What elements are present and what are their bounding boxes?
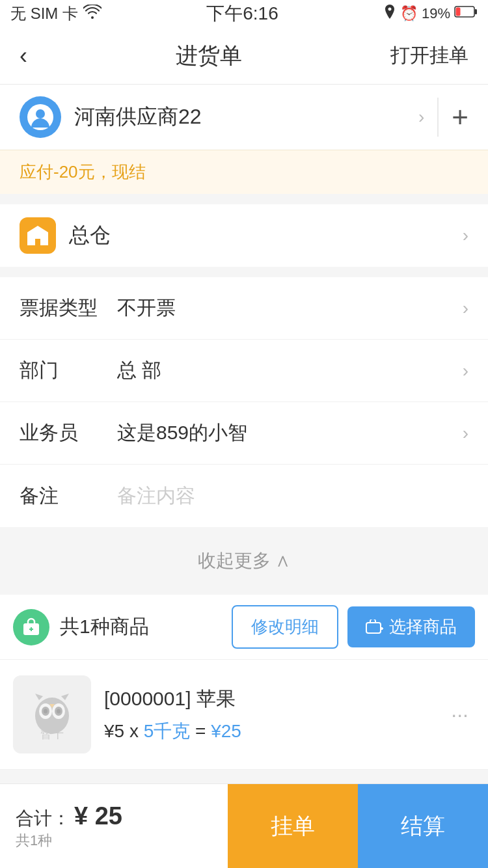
supplier-row[interactable]: 河南供应商22 › + [0,85,488,150]
settle-button[interactable]: 结算 [358,784,488,868]
warehouse-name: 总仓 [69,221,456,250]
supplier-avatar [20,96,61,138]
svg-rect-7 [366,623,381,633]
remark-input[interactable]: 备注内容 [111,483,468,509]
wifi-icon [83,5,102,23]
warehouse-chevron-icon: › [463,225,468,246]
invoice-row[interactable]: 票据类型 不开票 › [0,277,488,340]
svg-text:督十: 督十 [40,727,64,740]
product-multiply: x [129,721,144,741]
svg-marker-18 [35,694,43,700]
svg-point-16 [57,709,61,714]
add-button[interactable]: + [452,101,468,133]
warehouse-card: 总仓 › [0,204,488,267]
product-header: 共1种商品 修改明细 选择商品 [0,595,488,660]
sales-label: 业务员 [20,420,111,446]
remark-label: 备注 [20,483,111,509]
supplier-divider [437,98,439,137]
supplier-card: 河南供应商22 › + 应付-20元，现结 [0,85,488,194]
main-content: 河南供应商22 › + 应付-20元，现结 总仓 › 票据类型 不开票 › [0,85,488,868]
bottom-bar: 合计： ¥ 25 共1种 挂单 结算 [0,783,488,868]
battery-percent: 19% [422,5,450,22]
product-section: 共1种商品 修改明细 选择商品 [0,595,488,770]
status-left: 无 SIM 卡 [10,3,102,24]
invoice-chevron-icon: › [463,298,468,319]
product-equals: = [195,721,211,741]
dept-value: 总 部 [111,357,456,384]
sim-text: 无 SIM 卡 [10,3,78,24]
product-total: ¥25 [211,721,241,741]
dept-chevron-icon: › [463,360,468,381]
product-price-line: ¥5 x 5千克 = ¥25 [104,719,444,744]
svg-point-15 [44,709,47,714]
total-sub: 共1种 [16,831,212,850]
hang-label: 挂单 [271,811,315,841]
product-item: 督十 [0000001] 苹果 ¥5 x 5千克 = ¥25 ··· [0,660,488,770]
notice-bar: 应付-20元，现结 [0,150,488,194]
product-thumbnail: 督十 [13,675,91,753]
product-code: [0000001] [104,688,191,709]
total-section: 合计： ¥ 25 共1种 [0,784,228,868]
supplier-name: 河南供应商22 [74,103,412,131]
collapse-label: 收起更多 ∧ [198,549,291,573]
sales-chevron-icon: › [463,423,468,444]
total-amount: ¥ 25 [74,802,122,830]
form-card: 票据类型 不开票 › 部门 总 部 › 业务员 这是859的小智 › 备注 备注… [0,277,488,527]
product-name-text: 苹果 [197,688,236,709]
settle-label: 结算 [401,811,445,841]
hang-button[interactable]: 挂单 [228,784,358,868]
remark-row[interactable]: 备注 备注内容 [0,465,488,527]
notice-text: 应付-20元，现结 [20,162,146,182]
supplier-avatar-icon [27,104,53,130]
product-name: [0000001] 苹果 [104,686,444,712]
product-icon [13,609,49,645]
location-icon [383,5,396,23]
alarm-icon: ⏰ [400,5,418,22]
product-quantity: 5千克 [144,721,191,741]
svg-point-3 [36,109,45,118]
total-label: 合计： ¥ 25 [16,802,212,831]
battery-icon [454,5,478,22]
svg-marker-19 [61,694,69,700]
status-bar: 无 SIM 卡 下午6:16 ⏰ 19% [0,0,488,27]
product-more-button[interactable]: ··· [444,696,475,733]
svg-rect-2 [475,9,478,14]
back-button[interactable]: ‹ [20,42,27,70]
sales-row[interactable]: 业务员 这是859的小智 › [0,402,488,465]
product-info: [0000001] 苹果 ¥5 x 5千克 = ¥25 [104,686,444,744]
edit-detail-button[interactable]: 修改明细 [232,605,338,649]
sales-value: 这是859的小智 [111,420,456,446]
invoice-label: 票据类型 [20,295,111,321]
status-time: 下午6:16 [206,1,278,26]
collapse-bar[interactable]: 收起更多 ∧ [0,537,488,584]
nav-bar: ‹ 进货单 打开挂单 [0,27,488,85]
warehouse-row[interactable]: 总仓 › [0,204,488,267]
status-right: ⏰ 19% [383,5,478,23]
invoice-value: 不开票 [111,295,456,321]
supplier-chevron-icon: › [418,107,424,128]
product-count: 共1种商品 [60,614,232,640]
select-product-label: 选择商品 [389,616,457,638]
select-product-button[interactable]: 选择商品 [347,606,475,647]
dept-row[interactable]: 部门 总 部 › [0,340,488,402]
page-title: 进货单 [176,41,242,71]
product-price: ¥5 [104,721,124,741]
open-hang-button[interactable]: 打开挂单 [390,42,468,69]
total-prefix: 合计： [16,806,70,831]
svg-rect-1 [456,8,461,16]
dept-label: 部门 [20,357,111,384]
warehouse-icon [20,217,56,254]
